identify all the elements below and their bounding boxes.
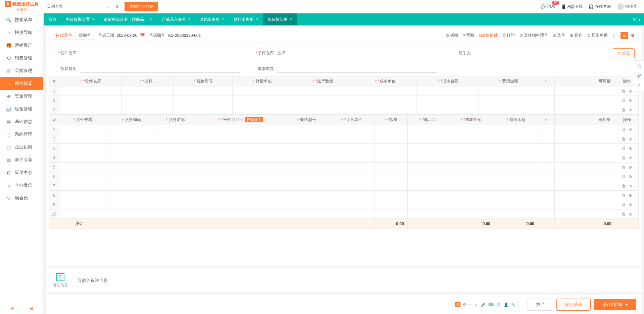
shortcut-button[interactable]: ⌨快捷键	[479, 33, 498, 38]
tab-close-all-icon[interactable]: ✕	[632, 17, 636, 22]
delete-icon[interactable]: 🗑	[622, 127, 626, 132]
sidebar-item-9[interactable]: ◌系统管理	[0, 128, 43, 141]
table-gear-button[interactable]: ⚙	[49, 115, 59, 125]
delete-icon[interactable]: 🗑	[622, 146, 626, 151]
video-button[interactable]: ⊙视频	[446, 33, 458, 38]
tab-1[interactable]: 售价提取设置×	[61, 13, 99, 25]
history-button[interactable]: ↻历史单据	[587, 33, 608, 38]
more-icon[interactable]: ⋯	[234, 51, 240, 55]
delete-icon[interactable]: 🗑	[622, 174, 626, 179]
copy-icon[interactable]: ⊕	[629, 127, 632, 132]
col-expense[interactable]: ▲▼费用金额	[494, 115, 538, 125]
calendar-icon[interactable]: 📅	[140, 33, 145, 38]
ime-icon[interactable]: 👕	[496, 303, 501, 307]
sidebar-item-10[interactable]: ▢企业协同	[0, 141, 43, 153]
table-gear-button[interactable]: ⚙	[49, 76, 59, 86]
sidebar-item-13[interactable]: ○企业微信	[0, 179, 43, 192]
online-service-button[interactable]: 🎧 在线客服	[589, 4, 611, 9]
rail-expand-icon[interactable]: ⤢	[635, 82, 642, 89]
col-amount[interactable]: ▲▼*成本金额	[416, 76, 479, 86]
tab-menu-icon[interactable]: ▾	[638, 17, 641, 22]
col-parent-code[interactable]: ▲▼父件编码	[109, 115, 153, 125]
table-row[interactable]: 5🗑⊕	[49, 163, 639, 172]
parent-warehouse-input[interactable]	[80, 51, 234, 55]
delete-icon[interactable]: 🗑	[622, 89, 626, 93]
view-list-toggle[interactable]: ☰	[621, 32, 628, 39]
close-icon[interactable]: ×	[150, 17, 152, 22]
collapse-icon[interactable]: ◀	[30, 306, 33, 311]
sidebar-item-14[interactable]: ▽畅会员	[0, 192, 43, 204]
scan-button[interactable]: 扫码录入	[245, 117, 263, 122]
more-icon[interactable]: ⋯	[431, 51, 437, 55]
trial-button[interactable]: 体验行业方案	[125, 2, 158, 11]
col-unit-price[interactable]: ▲▼*成本单价	[354, 76, 416, 86]
sidebar-item-7[interactable]: 📊经营管理	[0, 103, 43, 115]
remark-input[interactable]	[75, 275, 635, 286]
col-unit[interactable]: ▲▼计量单位	[232, 76, 291, 86]
col-expense[interactable]: ▲▼费用金额	[479, 76, 538, 86]
sidebar-item-1[interactable]: ⌂快捷导航	[0, 26, 43, 39]
ime-icon[interactable]: •ꓹ	[469, 303, 472, 307]
col-child-product[interactable]: ▲▼*子件商品ⓘ扫码录入	[197, 115, 284, 125]
rail-doc-icon[interactable]: 📄	[635, 63, 642, 70]
sidebar-item-12[interactable]: ⊞应用中心	[0, 166, 43, 179]
delete-icon[interactable]: 🗑	[622, 202, 626, 207]
col-unit[interactable]: ▲▼*计量单位	[328, 115, 375, 125]
handler-input[interactable]	[476, 51, 601, 55]
ime-mode[interactable]: 中	[463, 302, 467, 307]
tab-4[interactable]: 其他出库单×	[195, 13, 229, 25]
discard-button[interactable]: 放弃	[528, 299, 553, 311]
table-row[interactable]: 2🗑⊕	[49, 96, 639, 105]
delete-icon[interactable]: 🗑	[622, 155, 626, 160]
copy-icon[interactable]: ⊕	[629, 212, 632, 216]
delete-icon[interactable]: 🗑	[622, 98, 626, 103]
messages-button[interactable]: 💬 消息 70	[541, 4, 555, 9]
col-parent-name[interactable]: ▲▼父件名称	[153, 115, 197, 125]
help-button[interactable]: ?帮助	[463, 33, 474, 38]
close-icon[interactable]: ×	[92, 17, 94, 22]
sidebar-item-2[interactable]: 🎁营销推广	[0, 39, 43, 52]
ime-icon[interactable]: ⌨	[488, 303, 494, 307]
ime-icon[interactable]: ☺	[474, 303, 478, 307]
col-blank[interactable]: ▲▼	[538, 76, 555, 86]
table-row[interactable]: 10🗑⊕	[49, 209, 639, 219]
tab-6[interactable]: 组装拆卸单×	[263, 13, 297, 25]
sidebar-item-8[interactable]: ▤基础信息	[0, 115, 43, 128]
col-blank[interactable]: ▲▼	[538, 115, 555, 125]
user-button[interactable]: 徐泽华	[617, 3, 637, 10]
table-row[interactable]: 2🗑⊕	[49, 134, 639, 144]
tab-3[interactable]: 产成品入库单×	[157, 13, 195, 25]
col-available[interactable]: 可用量	[555, 115, 615, 125]
sidebar-item-3[interactable]: ⬡销售管理	[0, 52, 43, 64]
col-qty[interactable]: ▲▼*生产数量	[291, 76, 354, 86]
copy-icon[interactable]: ⊕	[629, 137, 632, 141]
cost-variance-input[interactable]	[277, 66, 438, 71]
sidebar-item-0[interactable]: 🔍搜索菜单	[0, 13, 43, 26]
ime-icon[interactable]: 👤	[504, 303, 508, 307]
copy-icon[interactable]: ⊕	[629, 108, 632, 112]
col-available[interactable]: 可用量	[555, 76, 615, 86]
child-warehouse-input[interactable]	[277, 51, 431, 55]
radio-disassemble[interactable]: 拆卸单	[73, 33, 91, 38]
save-draft-button[interactable]: 保存草稿	[556, 299, 591, 311]
col-parent-item[interactable]: ▲▼*父件...	[122, 76, 174, 86]
delete-icon[interactable]: 🗑	[622, 193, 626, 198]
table-row[interactable]: 1🗑⊕	[49, 125, 639, 134]
col-qty[interactable]: ▲▼*数量	[375, 115, 408, 125]
table-row[interactable]: 7🗑⊕	[49, 181, 639, 191]
sidebar-item-5[interactable]: ⌂库存核算	[0, 77, 43, 90]
category-select[interactable]: 日用百货 ⌄	[47, 4, 110, 9]
select-button[interactable]: ⊙选单	[553, 33, 565, 38]
select-material-button[interactable]: ⊙选择物料清单	[519, 33, 548, 38]
sidebar-item-11[interactable]: ▤新手引导	[0, 153, 43, 166]
copy-icon[interactable]: ⊕	[629, 174, 632, 179]
gear-icon[interactable]: ⚙	[115, 4, 119, 9]
app-download-button[interactable]: 📱 App下载	[561, 4, 583, 9]
table-row[interactable]: 3🗑⊕	[49, 144, 639, 153]
ime-icon[interactable]: 🔧	[511, 303, 516, 307]
date-value[interactable]: 2023-03-20	[117, 33, 137, 38]
close-icon[interactable]: ×	[188, 17, 190, 22]
sidebar-item-4[interactable]: 🛒采购管理	[0, 64, 43, 77]
col-parent-spec[interactable]: ▲▼父件规格...	[59, 115, 109, 125]
disassembly-cost-input[interactable]	[80, 66, 240, 71]
